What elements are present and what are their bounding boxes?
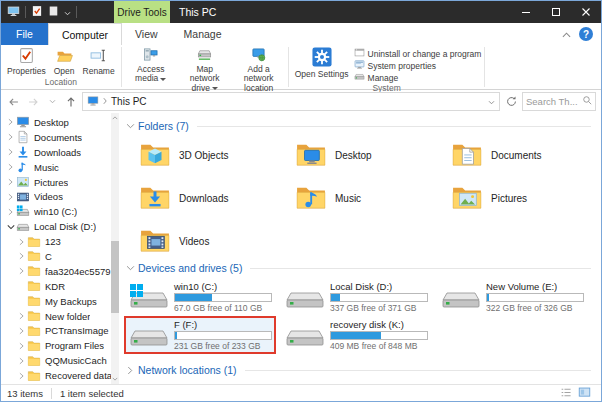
sidebar-item-my-backups[interactable]: My Backups	[1, 294, 119, 309]
chevron-down-icon[interactable]	[125, 123, 135, 129]
sidebar-item-program-files[interactable]: Program Files	[1, 338, 119, 353]
qat-new-window-icon[interactable]	[48, 5, 59, 19]
chevron-down-icon[interactable]	[5, 224, 16, 230]
sidebar-item-c[interactable]: C	[1, 249, 119, 264]
sidebar-item-123[interactable]: 123	[1, 234, 119, 249]
manage-button[interactable]: Manage	[354, 72, 482, 83]
sidebar-scrollbar[interactable]	[111, 113, 119, 384]
rename-button[interactable]: Rename	[80, 46, 118, 77]
tab-file[interactable]: File	[1, 23, 48, 45]
search-input[interactable]	[526, 96, 582, 107]
chevron-right-icon[interactable]	[16, 372, 27, 380]
search-box[interactable]	[522, 92, 596, 111]
minimize-button[interactable]	[511, 1, 541, 23]
drive-tile-f-f[interactable]: F (F:)231 GB free of 233 GB	[126, 318, 274, 352]
section-header-folders[interactable]: Folders (7)	[125, 118, 597, 134]
chevron-down-icon[interactable]	[125, 265, 135, 271]
maximize-button[interactable]	[541, 1, 571, 23]
chevron-right-icon[interactable]	[16, 312, 27, 320]
folder-tile-pictures[interactable]: Pictures	[451, 183, 599, 213]
folder-tile-videos[interactable]: Videos	[139, 226, 287, 256]
scrollbar-thumb[interactable]	[111, 241, 119, 313]
section-header-network[interactable]: Network locations (1)	[125, 362, 597, 378]
chevron-right-icon[interactable]	[5, 133, 16, 141]
tab-view[interactable]: View	[122, 23, 171, 45]
status-bar: 13 items 1 item selected	[1, 384, 601, 401]
chevron-right-icon[interactable]	[5, 118, 16, 126]
sidebar-item-local-disk-d[interactable]: Local Disk (D:)	[1, 219, 119, 234]
section-header-drives[interactable]: Devices and drives (5)	[125, 260, 597, 276]
sidebar-item-recovered-data[interactable]: Recovered data	[1, 383, 119, 384]
properties-button[interactable]: Properties	[4, 46, 49, 77]
tab-manage[interactable]: Manage	[171, 23, 235, 45]
sidebar-item-music[interactable]: Music	[1, 160, 119, 175]
details-view-button[interactable]	[560, 386, 573, 401]
add-network-location-button[interactable]: Add a network location	[233, 46, 285, 94]
breadcrumb-chevron-icon[interactable]	[102, 96, 108, 107]
drive-usage-fill	[175, 332, 177, 339]
drive-tile-win10-c[interactable]: win10 (C:)67.0 GB free of 110 GB	[126, 280, 274, 314]
large-icons-view-button[interactable]	[578, 386, 591, 401]
open-settings-button[interactable]: Open Settings	[292, 46, 352, 80]
chevron-right-icon[interactable]	[5, 178, 16, 186]
address-box[interactable]: This PC	[82, 92, 500, 111]
sidebar-item-pctransimage[interactable]: PCTransImage	[1, 323, 119, 338]
chevron-right-icon[interactable]	[5, 193, 16, 201]
chevron-right-icon[interactable]	[16, 357, 27, 365]
sidebar-item-recovered-data[interactable]: Recovered data	[1, 368, 119, 383]
folder-tile-music[interactable]: Music	[295, 183, 443, 213]
map-network-drive-button[interactable]: Map network drive	[179, 46, 231, 94]
breadcrumb[interactable]: This PC	[111, 96, 485, 107]
sidebar-item-kdr[interactable]: KDR	[1, 279, 119, 294]
help-icon[interactable]: ?	[579, 27, 593, 41]
address-dropdown-caret[interactable]	[488, 96, 495, 107]
sidebar-item-videos[interactable]: Videos	[1, 189, 119, 204]
chevron-right-icon[interactable]	[16, 327, 27, 335]
close-button[interactable]	[571, 1, 601, 23]
sidebar-item-qqmusiccach[interactable]: QQMusicCach	[1, 353, 119, 368]
chevron-right-icon[interactable]	[16, 238, 27, 246]
chevron-right-icon[interactable]	[5, 208, 16, 216]
uninstall-program-button[interactable]: Uninstall or change a program	[354, 48, 482, 59]
up-icon[interactable]	[63, 94, 79, 110]
sidebar-item-win10-c[interactable]: win10 (C:)	[1, 204, 119, 219]
folder-name: Pictures	[491, 193, 527, 204]
open-button[interactable]: Open	[51, 46, 78, 77]
folder-name: Downloads	[179, 193, 228, 204]
scroll-up-icon[interactable]	[111, 113, 119, 123]
chevron-right-icon[interactable]	[16, 252, 27, 260]
button-label: Open	[54, 67, 75, 76]
folder-tile-documents[interactable]: Documents	[451, 140, 599, 170]
sidebar-item-desktop[interactable]: Desktop	[1, 115, 119, 130]
drive-tile-recovery-disk-k[interactable]: recovery disk (K:)409 MB free of 848 MB	[282, 318, 430, 352]
folder-tile-3d-objects[interactable]: 3D Objects	[139, 140, 287, 170]
chevron-right-icon[interactable]	[5, 163, 16, 171]
folder-tile-desktop[interactable]: Desktop	[295, 140, 443, 170]
chevron-right-icon[interactable]	[125, 366, 135, 375]
recent-locations-caret[interactable]	[44, 94, 60, 110]
folder-tile-downloads[interactable]: Downloads	[139, 183, 287, 213]
qat-customize-caret[interactable]	[64, 7, 71, 18]
chevron-right-icon[interactable]	[16, 342, 27, 350]
drive-tools-contextual-tab[interactable]: Drive Tools	[114, 1, 170, 23]
back-icon[interactable]	[6, 94, 22, 110]
chevron-right-icon[interactable]	[16, 267, 27, 275]
refresh-icon[interactable]	[503, 94, 519, 110]
sidebar-item-downloads[interactable]: Downloads	[1, 145, 119, 160]
sidebar-item-faa3204ec5579[interactable]: faa3204ec5579	[1, 264, 119, 279]
sidebar-item-new-folder[interactable]: New folder	[1, 309, 119, 324]
sidebar-item-label: Downloads	[34, 147, 81, 158]
forward-icon[interactable]	[25, 94, 41, 110]
search-icon[interactable]	[582, 95, 593, 108]
chevron-right-icon[interactable]	[5, 148, 16, 156]
collapse-ribbon-icon[interactable]	[562, 29, 571, 40]
drive-tile-new-volume-e[interactable]: New Volume (E:)322 GB free of 326 GB	[438, 280, 586, 314]
sidebar-item-pictures[interactable]: Pictures	[1, 175, 119, 190]
access-media-button[interactable]: Access media	[125, 46, 177, 85]
scroll-down-icon[interactable]	[111, 374, 119, 384]
tab-computer[interactable]: Computer	[48, 23, 122, 45]
system-properties-button[interactable]: System properties	[354, 60, 482, 71]
sidebar-item-documents[interactable]: Documents	[1, 130, 119, 145]
qat-properties-icon[interactable]	[31, 5, 43, 19]
drive-tile-local-disk-d[interactable]: Local Disk (D:)337 GB free of 371 GB	[282, 280, 430, 314]
